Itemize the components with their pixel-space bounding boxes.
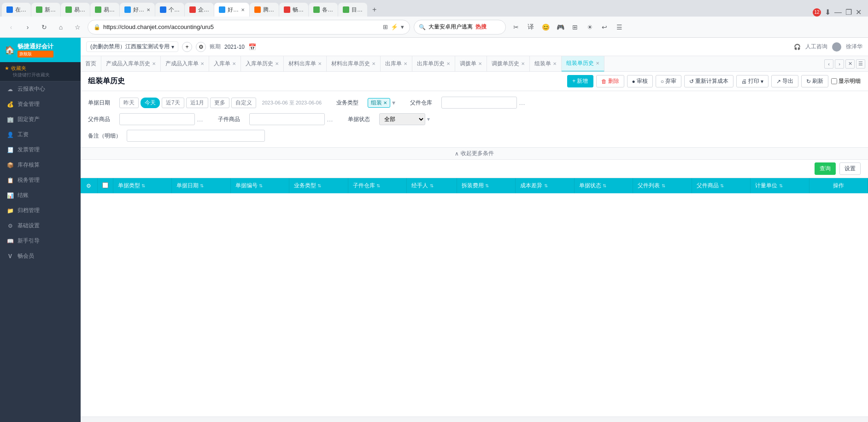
home-button[interactable]: ⌂ (54, 21, 67, 34)
scissors-icon[interactable]: ✂ (510, 21, 522, 34)
sidebar-item-inventory[interactable]: 📦 库存核算 (0, 157, 81, 173)
browser-tab-9[interactable]: 腾… (250, 3, 279, 17)
nav-tab-assembly[interactable]: 组装单 ✕ (530, 56, 562, 72)
tab-close-8[interactable]: ✕ (241, 7, 245, 12)
nav-tab-close-assembly-history[interactable]: ✕ (596, 61, 599, 66)
settings-btn[interactable]: 设置 (839, 162, 861, 175)
bill-status-select[interactable]: 全部 已审核 未审核 (379, 113, 425, 125)
nav-tab-produce-in[interactable]: 产成品入库单 ✕ (161, 56, 209, 72)
remark-input[interactable] (127, 130, 265, 142)
date-btn-more[interactable]: 更多 (210, 98, 229, 108)
th-child-warehouse[interactable]: 子件仓库 ⇅ (348, 178, 407, 193)
nav-tab-close-transfer[interactable]: ✕ (478, 61, 482, 66)
nav-tab-assembly-history[interactable]: 组装单历史 ✕ (562, 56, 604, 72)
brightness-icon[interactable]: ☀ (583, 21, 596, 34)
bookmark-button[interactable]: ☆ (71, 21, 84, 34)
search-bar[interactable]: 🔍 大量安卓用户逃离 热搜 (414, 20, 506, 35)
nav-tab-close-produce-in[interactable]: ✕ (200, 61, 204, 66)
browser-tab-10[interactable]: 畅… (279, 3, 308, 17)
nav-tab-close-produce-in-history[interactable]: ✕ (152, 61, 156, 66)
restore-icon[interactable]: ❐ (845, 8, 852, 17)
sidebar-item-payroll[interactable]: 👤 工资 (0, 127, 81, 142)
date-btn-7days[interactable]: 近7天 (162, 98, 184, 108)
new-button[interactable]: + 新增 (567, 75, 593, 87)
date-btn-1month[interactable]: 近1月 (186, 98, 209, 108)
sidebar-item-archive[interactable]: 📁 归档管理 (0, 203, 81, 218)
nav-tab-transfer[interactable]: 调拨单 ✕ (455, 56, 487, 72)
close-window-icon[interactable]: ✕ (856, 8, 862, 17)
tab-more-icon[interactable]: ☰ (856, 59, 865, 69)
th-disassemble-cost[interactable]: 拆装费用 ⇅ (457, 178, 516, 193)
export-button[interactable]: ↗ 导出 (771, 75, 798, 87)
delete-button[interactable]: 🗑 删除 (596, 75, 624, 87)
nav-tab-in-bill[interactable]: 入库单 ✕ (209, 56, 241, 72)
browser-tab-12[interactable]: 目… (338, 3, 367, 17)
sidebar-item-cloud-report[interactable]: ☁ 云报表中心 (0, 81, 81, 97)
add-company-button[interactable]: + (182, 42, 192, 52)
th-settings[interactable]: ⚙ (81, 178, 97, 193)
menu-icon[interactable]: ☰ (613, 21, 626, 34)
company-selector[interactable]: (勿删勿禁用）江西服宝测试专用 ▾ (86, 41, 178, 52)
user-info[interactable]: 徐泽华 (846, 43, 862, 51)
child-goods-input[interactable] (249, 113, 325, 125)
select-all-checkbox[interactable] (102, 182, 108, 188)
tab-scroll-left[interactable]: ‹ (824, 59, 833, 69)
url-apps-icon[interactable]: ⊞ (383, 23, 388, 30)
browser-tab-3[interactable]: 易… (61, 3, 90, 17)
game-icon[interactable]: 🎮 (554, 21, 567, 34)
business-type-dropdown[interactable]: ▾ (392, 99, 395, 106)
sidebar-item-invoice[interactable]: 🧾 发票管理 (0, 142, 81, 157)
nav-tab-transfer-history[interactable]: 调拨单历史 ✕ (487, 56, 530, 72)
sidebar-item-tax[interactable]: 📋 税务管理 (0, 173, 81, 188)
th-parent-goods[interactable]: 父件商品 ⇅ (692, 178, 751, 193)
abandon-button[interactable]: ○ 弃审 (656, 75, 681, 87)
browser-tab-4[interactable]: 易… (90, 3, 119, 17)
show-detail-checkbox[interactable] (831, 78, 837, 84)
nav-tab-home[interactable]: 首页 (81, 56, 101, 72)
parent-goods-input[interactable] (119, 113, 195, 125)
print-button[interactable]: 🖨 打印 ▾ (736, 75, 768, 87)
undo-icon[interactable]: ↩ (598, 21, 611, 34)
nav-tab-material-out[interactable]: 材料出库单 ✕ (284, 56, 327, 72)
tab-scroll-right[interactable]: › (835, 59, 844, 69)
browser-tab-new[interactable]: + (368, 3, 381, 17)
url-bar[interactable]: 🔒 https://cloud.chanjet.com/accounting/u… (88, 20, 410, 35)
bottom-scroll[interactable] (81, 416, 868, 422)
forward-button[interactable]: › (21, 21, 34, 34)
business-type-tag-close[interactable]: ✕ (383, 100, 387, 105)
sidebar-item-closing[interactable]: 📊 结账 (0, 188, 81, 203)
nav-tab-close-transfer-history[interactable]: ✕ (521, 61, 525, 66)
browser-tab-6[interactable]: 个… (155, 3, 184, 17)
child-goods-more[interactable]: … (327, 116, 333, 123)
nav-tab-close-material-out-history[interactable]: ✕ (372, 61, 375, 66)
grid-icon[interactable]: ⊞ (569, 21, 581, 34)
th-business-type[interactable]: 业务类型 ⇅ (289, 178, 348, 193)
calendar-icon[interactable]: 📅 (248, 43, 256, 51)
th-bill-type[interactable]: 单据类型 ⇅ (113, 178, 172, 193)
th-bill-no[interactable]: 单据编号 ⇅ (230, 178, 289, 193)
query-button[interactable]: 查询 (815, 162, 836, 175)
minimize-icon[interactable]: — (834, 8, 842, 17)
tab-close-5[interactable]: ✕ (147, 7, 150, 12)
nav-tab-produce-in-history[interactable]: 产成品入库单历史 ✕ (101, 56, 161, 72)
show-detail-label[interactable]: 显示明细 (831, 77, 861, 85)
collapse-bar[interactable]: ∧ 收起更多条件 (81, 148, 868, 160)
th-parent-list[interactable]: 父件列表 ⇅ (633, 178, 692, 193)
reload-button[interactable]: ↻ (38, 21, 51, 34)
sidebar-item-settings[interactable]: ⚙ 基础设置 (0, 218, 81, 233)
company-settings-button[interactable]: ⚙ (196, 42, 206, 52)
sidebar-item-fixed-assets[interactable]: 🏢 固定资产 (0, 112, 81, 127)
sidebar-item-guide[interactable]: 📖 新手引导 (0, 233, 81, 249)
download-icon[interactable]: ⬇ (825, 8, 831, 17)
parent-warehouse-more[interactable]: … (519, 99, 525, 106)
back-button[interactable]: ‹ (5, 21, 18, 34)
nav-tab-out-history[interactable]: 出库单历史 ✕ (412, 56, 455, 72)
nav-tab-in-history[interactable]: 入库单历史 ✕ (241, 56, 284, 72)
nav-tab-close-in-bill[interactable]: ✕ (232, 61, 236, 66)
th-checkbox[interactable] (97, 178, 113, 193)
emoji-icon[interactable]: 😊 (539, 21, 552, 34)
table-settings-icon[interactable]: ⚙ (86, 183, 91, 189)
nav-tab-out-bill[interactable]: 出库单 ✕ (381, 56, 412, 72)
nav-tab-close-out-history[interactable]: ✕ (446, 61, 450, 66)
th-cost-diff[interactable]: 成本差异 ⇅ (516, 178, 575, 193)
